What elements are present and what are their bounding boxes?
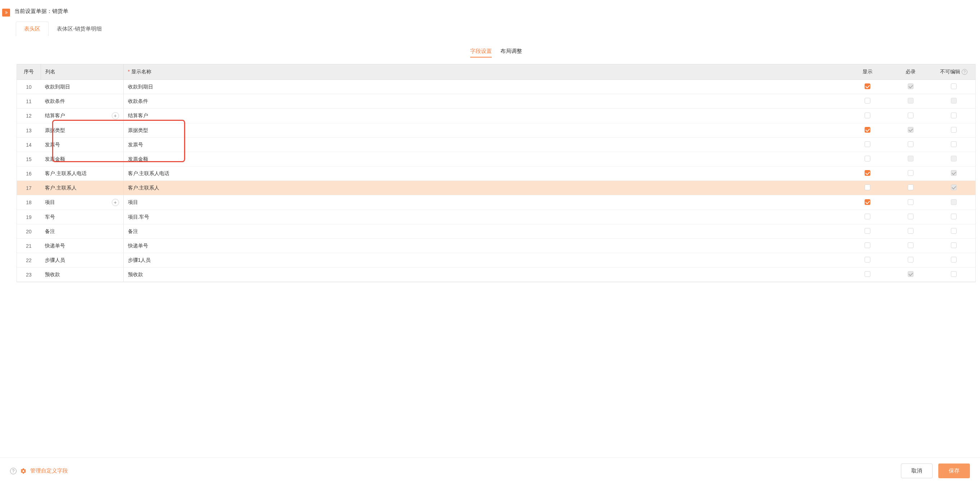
sub-tabs: 字段设置 布局调整 bbox=[12, 36, 980, 57]
show-checkbox[interactable] bbox=[865, 83, 870, 89]
field-name-label: 客户.主联系人 bbox=[45, 185, 76, 191]
noedit-checkbox bbox=[951, 98, 957, 103]
cell-display-name[interactable]: 发票号 bbox=[123, 138, 846, 152]
cell-display-name[interactable]: 收款到期日 bbox=[123, 80, 846, 94]
cell-display-name[interactable]: 发票金额 bbox=[123, 152, 846, 167]
cell-noedit bbox=[932, 253, 975, 267]
cell-display-name[interactable]: 步骤1人员 bbox=[123, 253, 846, 267]
cell-name: 发票号 bbox=[41, 138, 123, 152]
table-row: 13票据类型票据类型 bbox=[17, 123, 975, 138]
required-checkbox[interactable] bbox=[908, 199, 913, 205]
cell-seq: 15 bbox=[17, 152, 41, 167]
cell-noedit bbox=[932, 138, 975, 152]
show-checkbox[interactable] bbox=[865, 199, 870, 205]
add-subfield-button[interactable]: + bbox=[112, 199, 119, 206]
tab-body-area[interactable]: 表体区-销货单明细 bbox=[49, 22, 110, 36]
table-row: 22步骤人员步骤1人员 bbox=[17, 253, 975, 267]
required-checkbox[interactable] bbox=[908, 228, 913, 234]
show-checkbox[interactable] bbox=[865, 127, 870, 133]
required-checkbox[interactable] bbox=[908, 170, 913, 176]
field-name-label: 步骤人员 bbox=[45, 257, 65, 264]
required-checkbox[interactable] bbox=[908, 141, 913, 147]
table-row: 23预收款预收款 bbox=[17, 267, 975, 282]
noedit-checkbox[interactable] bbox=[951, 127, 957, 133]
show-checkbox[interactable] bbox=[865, 213, 870, 219]
cell-display-name[interactable]: 备注 bbox=[123, 224, 846, 239]
cell-noedit bbox=[932, 123, 975, 138]
cell-display-name[interactable]: 结算客户 bbox=[123, 108, 846, 123]
cell-required bbox=[889, 167, 932, 181]
field-name-label: 发票号 bbox=[45, 142, 60, 148]
noedit-checkbox[interactable] bbox=[951, 213, 957, 219]
cell-name: 备注 bbox=[41, 224, 123, 239]
cell-required bbox=[889, 80, 932, 94]
required-checkbox[interactable] bbox=[908, 213, 913, 219]
sub-tab-field-settings[interactable]: 字段设置 bbox=[470, 46, 492, 57]
th-required: 必录 bbox=[889, 64, 932, 80]
cell-display-name[interactable]: 项目 bbox=[123, 195, 846, 210]
cell-seq: 10 bbox=[17, 80, 41, 94]
cell-name: 预收款 bbox=[41, 267, 123, 282]
cell-noedit bbox=[932, 94, 975, 108]
cell-required bbox=[889, 267, 932, 282]
tab-header-area[interactable]: 表头区 bbox=[16, 22, 49, 36]
cell-name: 项目+ bbox=[41, 195, 123, 210]
noedit-checkbox[interactable] bbox=[951, 83, 957, 89]
sidebar-toggle[interactable] bbox=[2, 9, 10, 16]
show-checkbox[interactable] bbox=[865, 242, 870, 248]
required-checkbox[interactable] bbox=[908, 242, 913, 248]
sub-tab-layout-adjust[interactable]: 布局调整 bbox=[500, 46, 522, 57]
cell-noedit bbox=[932, 108, 975, 123]
cell-seq: 21 bbox=[17, 239, 41, 253]
noedit-checkbox bbox=[951, 185, 957, 190]
noedit-checkbox bbox=[951, 156, 957, 161]
show-checkbox[interactable] bbox=[865, 185, 870, 190]
field-name-label: 票据类型 bbox=[45, 127, 65, 134]
cell-seq: 12 bbox=[17, 108, 41, 123]
show-checkbox[interactable] bbox=[865, 98, 870, 103]
noedit-checkbox[interactable] bbox=[951, 271, 957, 277]
required-checkbox[interactable] bbox=[908, 257, 913, 263]
cell-show bbox=[846, 94, 889, 108]
cell-required bbox=[889, 181, 932, 195]
show-checkbox[interactable] bbox=[865, 170, 870, 176]
noedit-checkbox[interactable] bbox=[951, 228, 957, 234]
cell-display-name[interactable]: 收款条件 bbox=[123, 94, 846, 108]
field-name-label: 预收款 bbox=[45, 271, 60, 278]
cell-display-name[interactable]: 预收款 bbox=[123, 267, 846, 282]
cell-display-name[interactable]: 客户.主联系人 bbox=[123, 181, 846, 195]
show-checkbox[interactable] bbox=[865, 113, 870, 118]
cell-noedit bbox=[932, 80, 975, 94]
cell-seq: 14 bbox=[17, 138, 41, 152]
cell-display-name[interactable]: 项目.车号 bbox=[123, 210, 846, 224]
noedit-checkbox[interactable] bbox=[951, 113, 957, 118]
cell-name: 发票金额 bbox=[41, 152, 123, 167]
cell-display-name[interactable]: 客户.主联系人电话 bbox=[123, 167, 846, 181]
required-checkbox[interactable] bbox=[908, 185, 913, 190]
cell-show bbox=[846, 195, 889, 210]
cell-name: 客户.主联系人电话 bbox=[41, 167, 123, 181]
cell-display-name[interactable]: 票据类型 bbox=[123, 123, 846, 138]
required-mark-icon: * bbox=[128, 68, 130, 75]
noedit-checkbox[interactable] bbox=[951, 141, 957, 147]
cell-required bbox=[889, 224, 932, 239]
show-checkbox[interactable] bbox=[865, 228, 870, 234]
required-checkbox[interactable] bbox=[908, 113, 913, 118]
cell-seq: 16 bbox=[17, 167, 41, 181]
required-checkbox bbox=[908, 98, 913, 103]
cell-show bbox=[846, 108, 889, 123]
show-checkbox[interactable] bbox=[865, 156, 870, 161]
noedit-checkbox[interactable] bbox=[951, 242, 957, 248]
cell-display-name[interactable]: 快递单号 bbox=[123, 239, 846, 253]
show-checkbox[interactable] bbox=[865, 141, 870, 147]
show-checkbox[interactable] bbox=[865, 257, 870, 263]
cell-required bbox=[889, 253, 932, 267]
cell-name: 车号 bbox=[41, 210, 123, 224]
required-checkbox bbox=[908, 156, 913, 161]
cell-show bbox=[846, 224, 889, 239]
noedit-checkbox[interactable] bbox=[951, 257, 957, 263]
show-checkbox[interactable] bbox=[865, 271, 870, 277]
cell-noedit bbox=[932, 152, 975, 167]
add-subfield-button[interactable]: + bbox=[112, 112, 119, 119]
help-icon[interactable]: ? bbox=[962, 69, 967, 75]
